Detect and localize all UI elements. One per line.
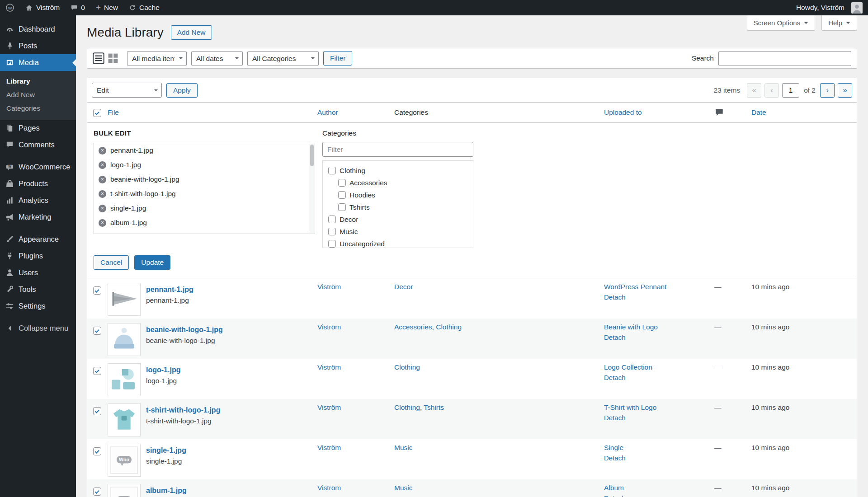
thumbnail-tshirt[interactable] (108, 403, 141, 436)
category-checkbox[interactable] (338, 203, 346, 211)
media-title-link[interactable]: pennant-1.jpg (146, 286, 193, 294)
thumbnail-album[interactable]: Woo (108, 484, 141, 497)
author-link[interactable]: Viström (317, 444, 341, 451)
category-checkbox[interactable] (328, 216, 336, 223)
remove-file-icon[interactable]: × (99, 190, 106, 198)
sidebar-item-settings[interactable]: Settings (0, 298, 76, 314)
remove-file-icon[interactable]: × (99, 161, 106, 169)
update-button[interactable]: Update (134, 255, 170, 270)
media-title-link[interactable]: album-1.jpg (146, 487, 187, 495)
category-link[interactable]: Clothing (436, 323, 462, 331)
current-page-input[interactable] (782, 83, 799, 98)
sidebar-item-dashboard[interactable]: Dashboard (0, 21, 76, 38)
apply-button[interactable]: Apply (166, 83, 198, 98)
category-filter-select[interactable]: All Categories (247, 51, 319, 66)
sidebar-item-users[interactable]: Users (0, 264, 76, 281)
next-page-button[interactable]: › (820, 83, 835, 98)
wordpress-logo-menu[interactable]: W (0, 0, 20, 15)
sidebar-item-posts[interactable]: Posts (0, 38, 76, 54)
media-title-link[interactable]: single-1.jpg (146, 446, 186, 455)
media-title-link[interactable]: logo-1.jpg (146, 366, 180, 374)
admin-bar-comments[interactable]: 0 (65, 0, 90, 15)
remove-file-icon[interactable]: × (99, 147, 106, 155)
row-checkbox[interactable] (93, 488, 101, 496)
scrollbar-thumb[interactable] (310, 145, 314, 166)
remove-file-icon[interactable]: × (99, 219, 106, 227)
grid-view-icon[interactable] (107, 52, 119, 64)
media-title-link[interactable]: t-shirt-with-logo-1.jpg (146, 406, 220, 414)
media-title-link[interactable]: beanie-with-logo-1.jpg (146, 326, 223, 334)
sort-by-author-header[interactable]: Author (317, 108, 338, 116)
sidebar-item-products[interactable]: Products (0, 175, 76, 192)
sort-by-uploaded-to-header[interactable]: Uploaded to (604, 108, 642, 116)
collapse-menu-button[interactable]: Collapse menu (0, 320, 76, 337)
sort-by-file-header[interactable]: File (108, 108, 119, 116)
sidebar-item-tools[interactable]: Tools (0, 281, 76, 298)
sidebar-item-woocommerce[interactable]: W WooCommerce (0, 159, 76, 175)
list-view-icon[interactable] (93, 52, 104, 64)
row-checkbox[interactable] (93, 407, 101, 415)
uploaded-to-link[interactable]: Album (604, 484, 710, 492)
sidebar-item-analytics[interactable]: Analytics (0, 192, 76, 209)
sidebar-item-appearance[interactable]: Appearance (0, 231, 76, 248)
author-link[interactable]: Viström (317, 323, 341, 331)
author-link[interactable]: Viström (317, 283, 341, 291)
category-filter-input[interactable] (322, 142, 473, 157)
detach-link[interactable]: Detach (604, 494, 710, 497)
thumbnail-pennant[interactable] (108, 283, 141, 316)
select-all-checkbox[interactable] (93, 109, 101, 117)
sidebar-item-comments[interactable]: Comments (0, 136, 76, 153)
thumbnail-beanie[interactable] (108, 323, 141, 356)
sort-by-date-header[interactable]: Date (751, 108, 766, 116)
category-link[interactable]: Music (394, 484, 412, 492)
sidebar-item-plugins[interactable]: Plugins (0, 248, 76, 264)
category-link[interactable]: Tshirts (424, 403, 444, 411)
author-link[interactable]: Viström (317, 484, 341, 492)
uploaded-to-link[interactable]: WordPress Pennant (604, 283, 710, 291)
detach-link[interactable]: Detach (604, 374, 710, 381)
row-checkbox[interactable] (93, 327, 101, 335)
row-checkbox[interactable] (93, 286, 101, 295)
cache-menu[interactable]: Cache (123, 0, 165, 15)
uploaded-to-link[interactable]: T-Shirt with Logo (604, 403, 710, 412)
bulk-action-select[interactable]: Edit (92, 83, 162, 98)
cancel-button[interactable]: Cancel (94, 255, 129, 270)
comments-column-icon[interactable] (714, 108, 747, 117)
sidebar-item-pages[interactable]: Pages (0, 120, 76, 136)
author-link[interactable]: Viström (317, 363, 341, 371)
date-filter-select[interactable]: All dates (191, 51, 243, 66)
category-checkbox[interactable] (328, 240, 336, 248)
row-checkbox[interactable] (93, 367, 101, 375)
category-link[interactable]: Decor (394, 283, 413, 291)
sidebar-item-media[interactable]: Media (0, 54, 76, 71)
category-link[interactable]: Accessories (394, 323, 432, 331)
thumbnail-single[interactable]: Woo (108, 444, 141, 477)
media-type-select[interactable]: All media items (127, 51, 187, 66)
detach-link[interactable]: Detach (604, 293, 710, 301)
sidebar-subitem-add-new[interactable]: Add New (0, 88, 76, 102)
help-button[interactable]: Help (821, 15, 857, 31)
detach-link[interactable]: Detach (604, 454, 710, 462)
screen-options-button[interactable]: Screen Options (747, 15, 815, 31)
uploaded-to-link[interactable]: Logo Collection (604, 363, 710, 371)
howdy-account-menu[interactable]: Howdy, Viström (791, 0, 868, 15)
last-page-button[interactable]: » (838, 83, 852, 98)
filter-button[interactable]: Filter (323, 51, 352, 66)
sidebar-subitem-categories[interactable]: Categories (0, 102, 76, 115)
site-name-menu[interactable]: Viström (20, 0, 65, 15)
row-checkbox[interactable] (93, 447, 101, 455)
category-checkbox[interactable] (338, 179, 346, 187)
category-checkbox[interactable] (338, 191, 346, 199)
category-checkbox[interactable] (328, 167, 336, 174)
category-link[interactable]: Clothing (394, 403, 420, 411)
category-link[interactable]: Music (394, 444, 412, 451)
detach-link[interactable]: Detach (604, 414, 710, 422)
detach-link[interactable]: Detach (604, 333, 710, 341)
search-input[interactable] (718, 51, 851, 66)
category-checkbox[interactable] (328, 228, 336, 235)
thumbnail-logo-collection[interactable] (108, 363, 141, 396)
author-link[interactable]: Viström (317, 403, 341, 411)
add-new-button[interactable]: Add New (171, 25, 212, 40)
category-link[interactable]: Clothing (394, 363, 420, 371)
uploaded-to-link[interactable]: Single (604, 444, 710, 452)
